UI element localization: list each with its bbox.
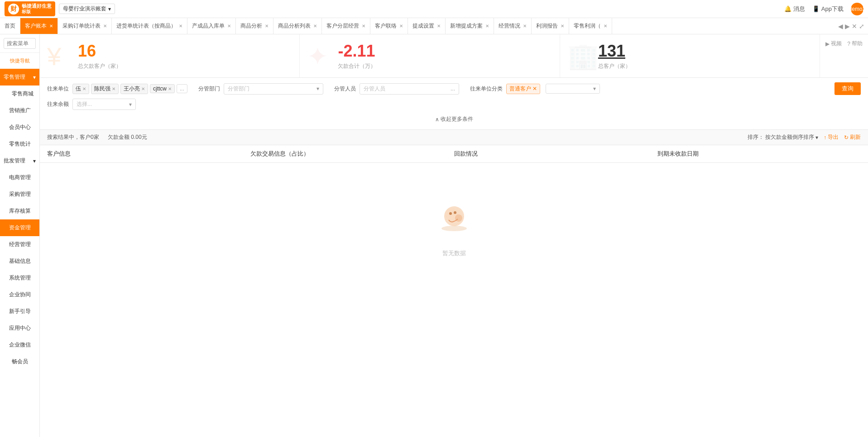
close-tab-stock-in[interactable]: ✕ bbox=[179, 24, 182, 28]
tab-product-analysis-list[interactable]: 商品分析列表 ✕ bbox=[273, 18, 322, 34]
remaining-arrow-icon: ▾ bbox=[129, 101, 132, 108]
help-btn[interactable]: ? 帮助 bbox=[847, 40, 863, 48]
sidebar-item-base-info[interactable]: 基础信息 bbox=[0, 253, 39, 270]
sidebar-item-ecommerce[interactable]: 电商管理 bbox=[0, 169, 39, 186]
sidebar-item-retail-stats[interactable]: 零售统计 bbox=[0, 136, 39, 152]
dept-select[interactable]: 分管部门 ▾ bbox=[224, 83, 323, 95]
remove-tag-wu[interactable]: ✕ bbox=[82, 86, 86, 91]
empty-state: 暂无数据 bbox=[40, 163, 868, 294]
topbar: 财 畅捷通好生意 标版 母婴行业演示账套 ▾ 🔔 消息 📱 App下载 demo… bbox=[0, 0, 868, 18]
avatar: demo2 bbox=[851, 3, 863, 15]
close-tab-new-method[interactable]: ✕ bbox=[485, 24, 489, 28]
messages-btn[interactable]: 🔔 消息 bbox=[784, 5, 805, 13]
svg-point-4 bbox=[449, 212, 452, 215]
refresh-btn[interactable]: ↻ 刷新 bbox=[844, 133, 861, 141]
tab-home[interactable]: 首页 bbox=[0, 18, 20, 34]
sidebar-item-quick-nav[interactable]: 快捷导航 bbox=[0, 53, 39, 69]
close-tab-customer-tier[interactable]: ✕ bbox=[362, 24, 365, 28]
sidebar-search-area bbox=[0, 34, 39, 53]
user-avatar-area[interactable]: demo2 bbox=[851, 3, 863, 15]
collapse-btn[interactable]: ∧ 收起更多条件 bbox=[435, 115, 473, 123]
tab-customer-contact[interactable]: 客户联络 ✕ bbox=[370, 18, 408, 34]
tab-customer-tier[interactable]: 客户分层经营 ✕ bbox=[322, 18, 370, 34]
unit-label: 往来单位 bbox=[47, 85, 69, 93]
nav-tabs: 首页 客户账本 ✕ 采购订单统计表 ✕ 进货单统计表（按商品） ✕ 产成品入库单… bbox=[0, 18, 868, 34]
sidebar-item-retail[interactable]: 零售管理 ▾ bbox=[0, 69, 39, 86]
close-tab-profit[interactable]: ✕ bbox=[561, 24, 564, 28]
sidebar-item-member[interactable]: 会员中心 bbox=[0, 119, 39, 136]
logo-text: 畅捷通好生意 bbox=[22, 3, 52, 9]
close-tab-retail-profit[interactable]: ✕ bbox=[604, 24, 607, 28]
close-tab-production[interactable]: ✕ bbox=[227, 24, 231, 28]
unit-tags-more[interactable]: ... bbox=[177, 84, 187, 93]
search-input[interactable] bbox=[4, 38, 36, 49]
tab-close-all-icon[interactable]: ✕ bbox=[852, 23, 857, 30]
close-tab-biz[interactable]: ✕ bbox=[523, 24, 527, 28]
tab-prev-icon[interactable]: ◀ bbox=[838, 23, 843, 30]
col-debt-info: 欠款交易信息（占比） bbox=[250, 150, 454, 158]
export-btn[interactable]: ↑ 导出 bbox=[824, 133, 839, 141]
video-icon: ▶ bbox=[825, 41, 830, 47]
sidebar-item-enterprise-wechat[interactable]: 企业微信 bbox=[0, 337, 39, 353]
stat-customers-value: 131 bbox=[598, 42, 631, 61]
unit-category-select[interactable]: ▾ bbox=[546, 84, 600, 94]
sort-select[interactable]: 排序： 按欠款金额倒序排序 ▾ bbox=[748, 133, 818, 141]
tab-retail-profit[interactable]: 零售利润（ ✕ bbox=[569, 18, 612, 34]
stat-debtors-value: 16 bbox=[78, 42, 121, 61]
tab-profit-report[interactable]: 利润报告 ✕ bbox=[532, 18, 569, 34]
close-tab-customer-contact[interactable]: ✕ bbox=[399, 24, 403, 28]
chevron-icon: ▾ bbox=[33, 74, 36, 81]
remove-cat-tag[interactable]: ✕ bbox=[532, 86, 537, 92]
sidebar-item-system[interactable]: 系统管理 bbox=[0, 270, 39, 286]
sidebar-item-inventory[interactable]: 库存核算 bbox=[0, 203, 39, 219]
collapse-icon: ∧ bbox=[435, 116, 439, 123]
tab-controls: ◀ ▶ ✕ ⤢ bbox=[834, 23, 868, 30]
unit-tag-chen: 陈民强 ✕ bbox=[91, 84, 119, 94]
tab-production-in[interactable]: 产成品入库单 ✕ bbox=[187, 18, 236, 34]
sidebar-item-new-guide[interactable]: 新手引导 bbox=[0, 303, 39, 320]
close-tab-product-analysis-list[interactable]: ✕ bbox=[313, 24, 317, 28]
close-tab-reminder[interactable]: ✕ bbox=[437, 24, 441, 28]
unit-tag-wu: 伍 ✕ bbox=[72, 84, 89, 94]
sidebar-item-app-center[interactable]: 应用中心 bbox=[0, 320, 39, 337]
sidebar-item-operations[interactable]: 经营管理 bbox=[0, 236, 39, 253]
sidebar-item-batch[interactable]: 批发管理 ▾ bbox=[0, 152, 39, 169]
tab-reminder-settings[interactable]: 提成设置 ✕ bbox=[408, 18, 446, 34]
sidebar-item-marketing[interactable]: 营销推广 bbox=[0, 102, 39, 119]
close-tab-purchase[interactable]: ✕ bbox=[103, 24, 107, 28]
workspace-selector[interactable]: 母婴行业演示账套 ▾ bbox=[59, 4, 115, 14]
tab-customer-account[interactable]: 客户账本 ✕ bbox=[20, 18, 58, 34]
remove-tag-chen[interactable]: ✕ bbox=[112, 86, 115, 91]
filter-row-2: 往来余额 选择... ▾ bbox=[47, 99, 861, 110]
close-tab-customer-account[interactable]: ✕ bbox=[49, 24, 53, 28]
query-button[interactable]: 查询 bbox=[834, 82, 861, 95]
logo-icon: 财 bbox=[8, 4, 19, 14]
sidebar-item-finance[interactable]: 资金管理 bbox=[0, 219, 39, 236]
person-select[interactable]: 分管人员 ... bbox=[360, 83, 459, 95]
video-btn[interactable]: ▶ 视频 bbox=[825, 40, 842, 48]
tab-stock-in-stats[interactable]: 进货单统计表（按商品） ✕ bbox=[112, 18, 187, 34]
sidebar-item-enterprise-coop[interactable]: 企业协同 bbox=[0, 286, 39, 303]
tab-biz-overview[interactable]: 经营情况 ✕ bbox=[494, 18, 532, 34]
stat-customers-label: 总客户（家） bbox=[598, 62, 631, 70]
tab-new-method[interactable]: 新增提成方案 ✕ bbox=[446, 18, 494, 34]
table-header: 客户信息 欠款交易信息（占比） 回款情况 到期未收款日期 bbox=[40, 145, 868, 163]
unit-cat-arrow-icon: ▾ bbox=[593, 86, 596, 92]
tab-product-analysis[interactable]: 商品分析 ✕ bbox=[236, 18, 273, 34]
sidebar: 快捷导航 零售管理 ▾ 零售商城 营销推广 会员中心 零售统计 批发管理 ▾ 电… bbox=[0, 34, 40, 437]
close-tab-product-analysis[interactable]: ✕ bbox=[265, 24, 269, 28]
tab-expand-icon[interactable]: ⤢ bbox=[859, 23, 864, 30]
filter-bar: 往来单位 伍 ✕ 陈民强 ✕ 王小亮 ✕ cjttcw bbox=[40, 78, 868, 130]
remove-tag-cjttcw[interactable]: ✕ bbox=[168, 86, 172, 91]
stat-debt-value: -2.11 bbox=[338, 42, 376, 61]
remove-tag-wang[interactable]: ✕ bbox=[141, 86, 145, 91]
tab-purchase-order-stats[interactable]: 采购订单统计表 ✕ bbox=[58, 18, 112, 34]
app-download-btn[interactable]: 📱 App下载 bbox=[812, 5, 844, 13]
stat-debtors-label: 总欠款客户（家） bbox=[78, 62, 121, 70]
sidebar-item-vip[interactable]: 畅会员 bbox=[0, 353, 39, 370]
sidebar-item-purchase[interactable]: 采购管理 bbox=[0, 186, 39, 203]
remaining-select[interactable]: 选择... ▾ bbox=[72, 99, 136, 110]
sidebar-item-retail-mall[interactable]: 零售商城 bbox=[0, 86, 39, 102]
tab-next-icon[interactable]: ▶ bbox=[845, 23, 850, 30]
result-bar-right: 排序： 按欠款金额倒序排序 ▾ ↑ 导出 ↻ 刷新 bbox=[748, 133, 861, 141]
